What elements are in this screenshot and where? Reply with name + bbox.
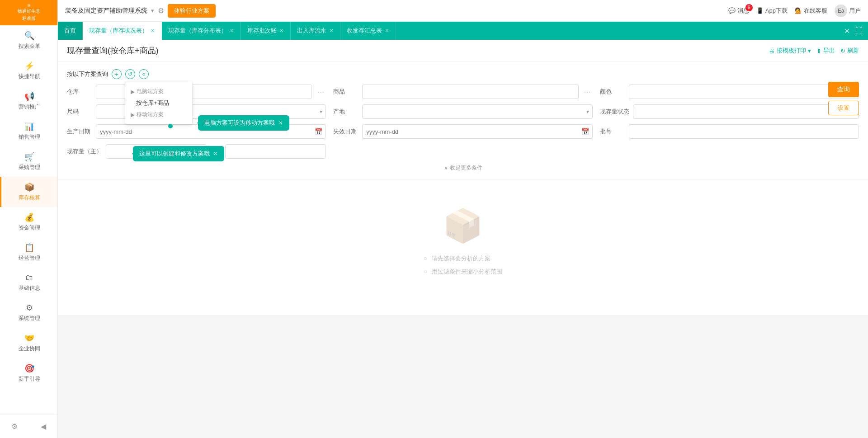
tab-recv-summary[interactable]: 收发存汇总表 ✕ — [340, 22, 396, 40]
color-select[interactable] — [629, 85, 859, 99]
tab-inventory-dist-label: 现存量（库存分布表） — [168, 27, 227, 35]
header-settings-icon[interactable]: ⚙ — [158, 6, 164, 15]
product-dots-button[interactable]: ··· — [582, 87, 593, 97]
tab-close-inout-flow[interactable]: ✕ — [329, 28, 334, 34]
sidebar-item-purchase-label: 采购管理 — [19, 164, 40, 171]
online-service-label: 在线客服 — [804, 7, 827, 15]
tab-bar: 首页 现存量（库存状况表） ✕ 现存量（库存分布表） ✕ 库存批次账 ✕ 出入库… — [58, 22, 868, 40]
scheme-mobile-row[interactable]: ▶ 移动端方案 — [125, 109, 192, 120]
tab-close-all-icon[interactable]: ✕ — [842, 26, 852, 36]
sidebar-item-operation[interactable]: 📋 经营管理 — [0, 237, 57, 268]
filter-batch: 批号 — [600, 124, 859, 139]
sidebar-item-search-menu[interactable]: 🔍 搜索菜单 — [0, 25, 57, 56]
sidebar-nav: 🔍 搜索菜单 ⚡ 快捷导航 📢 营销推广 📊 销售管理 🛒 采购管理 📦 库存核… — [0, 25, 57, 414]
print-icon: 🖨 — [769, 47, 775, 54]
filter-warehouse: 仓库 ··· — [67, 85, 326, 99]
tab-inout-flow[interactable]: 出入库流水 ✕ — [291, 22, 340, 40]
search-button[interactable]: 查询 — [828, 82, 859, 97]
warehouse-dots-button[interactable]: ··· — [316, 87, 326, 97]
main-area: 装备及固定资产辅助管理系统 ▾ ⚙ 体验行业方案 💬 9 消息 📱 App下载 … — [58, 0, 868, 438]
sidebar-item-quick-nav[interactable]: ⚡ 快捷导航 — [0, 56, 57, 86]
sidebar-item-inventory[interactable]: 📦 库存核算 — [0, 177, 57, 207]
tooltip-desktop-scheme: 电脑方案可设为移动方案哦 ✕ — [198, 115, 289, 131]
filter-stock-status: 现存量状态 — [600, 104, 859, 119]
sidebar-item-purchase[interactable]: 🛒 采购管理 — [0, 146, 57, 177]
product-input-wrapper — [362, 85, 578, 99]
sidebar-item-finance[interactable]: 💰 资金管理 — [0, 207, 57, 237]
collapse-label: 收起更多条件 — [450, 164, 482, 172]
edit-scheme-button[interactable]: ↺ — [125, 69, 135, 79]
sidebar-item-finance-label: 资金管理 — [19, 224, 40, 232]
sidebar-item-sales[interactable]: 📊 销售管理 — [0, 116, 57, 146]
collapse-sidebar-button[interactable]: ◀ — [37, 420, 50, 433]
tab-expand-icon[interactable]: ⛶ — [854, 26, 864, 36]
sidebar-item-enterprise[interactable]: 🤝 企业协同 — [0, 328, 57, 358]
sidebar-item-system[interactable]: ⚙ 系统管理 — [0, 297, 57, 328]
stock-main-to-input[interactable] — [225, 144, 326, 159]
tab-inventory-dist[interactable]: 现存量（库存分布表） ✕ — [162, 22, 241, 40]
sidebar-item-guide[interactable]: 🎯 新手引导 — [0, 358, 57, 388]
stock-status-select[interactable] — [633, 104, 859, 119]
tooltip1-text: 电脑方案可设为移动方案哦 — [204, 119, 275, 127]
refresh-label: 刷新 — [847, 47, 859, 55]
guide-icon: 🎯 — [24, 363, 34, 373]
online-service-action[interactable]: 💁 在线客服 — [795, 7, 827, 15]
tab-close-batch-ledger[interactable]: ✕ — [279, 28, 284, 34]
sidebar-item-system-label: 系统管理 — [19, 315, 40, 322]
tab-close-inventory-dist[interactable]: ✕ — [230, 28, 234, 34]
scheme-arrow-button[interactable]: « — [139, 69, 149, 79]
reset-button[interactable]: 设置 — [828, 101, 859, 115]
expire-date-label: 失效日期 — [333, 127, 359, 136]
tooltip2-close-button[interactable]: ✕ — [213, 151, 218, 157]
empty-hints: ○ 请先选择要分析的方案 ○ 用过滤条件来缩小分析范围 — [424, 252, 502, 278]
print-button[interactable]: 🖨 按模板打印 ▾ — [769, 47, 811, 55]
collapse-filter-button[interactable]: ∧ 收起更多条件 — [67, 164, 859, 172]
tab-home[interactable]: 首页 — [58, 22, 83, 40]
scheme-desktop-row[interactable]: ▶ 电脑端方案 — [125, 86, 192, 97]
refresh-button[interactable]: ↻ 刷新 — [840, 47, 859, 55]
mobile-expand-icon: ▶ — [131, 112, 135, 118]
origin-select[interactable] — [362, 104, 592, 119]
sidebar-item-marketing[interactable]: 📢 营销推广 — [0, 86, 57, 116]
add-scheme-button[interactable]: + — [112, 69, 122, 79]
finance-icon: 💰 — [24, 212, 34, 222]
scheme-item-warehouse[interactable]: 按仓库+商品 — [125, 97, 192, 109]
filter-header: 按以下方案查询 + ↺ « — [67, 69, 859, 79]
marketing-icon: 📢 — [24, 91, 34, 101]
quick-nav-icon: ⚡ — [24, 61, 34, 71]
settings-button[interactable]: ⚙ — [8, 420, 21, 433]
brand-name: 畅通好生意 — [18, 8, 40, 14]
sidebar-item-enterprise-label: 企业协同 — [19, 345, 40, 353]
operation-icon: 📋 — [24, 243, 34, 253]
tab-home-label: 首页 — [64, 27, 76, 35]
sidebar-footer: ⚙ ◀ — [0, 414, 57, 438]
expire-date-input[interactable] — [362, 124, 592, 139]
empty-hint-2: ○ 用过滤条件来缩小分析范围 — [424, 265, 502, 278]
tooltip1-close-button[interactable]: ✕ — [278, 120, 283, 126]
app-download-action[interactable]: 📱 App下载 — [756, 7, 788, 15]
warehouse-label: 仓库 — [67, 88, 92, 96]
user-action[interactable]: Ea 用户 — [835, 5, 861, 17]
tab-inventory-status[interactable]: 现存量（库存状况表） ✕ — [83, 22, 162, 40]
header-right: 💬 9 消息 📱 App下载 💁 在线客服 Ea 用户 — [728, 5, 861, 17]
tooltip2-text: 这里可以创建和修改方案哦 — [139, 150, 210, 158]
tab-inventory-status-label: 现存量（库存状况表） — [89, 27, 148, 35]
tab-batch-ledger[interactable]: 库存批次账 ✕ — [241, 22, 291, 40]
message-action[interactable]: 💬 9 消息 — [728, 7, 749, 15]
sidebar-item-operation-label: 经营管理 — [19, 254, 40, 262]
export-button[interactable]: ⬆ 导出 — [816, 47, 835, 55]
product-input[interactable] — [362, 85, 578, 99]
tab-close-recv-summary[interactable]: ✕ — [385, 28, 389, 34]
sidebar-item-basic[interactable]: 🗂 基础信息 — [0, 268, 57, 297]
desktop-expand-icon: ▶ — [131, 89, 135, 95]
batch-input[interactable] — [629, 124, 859, 139]
page-actions: 🖨 按模板打印 ▾ ⬆ 导出 ↻ 刷新 — [769, 47, 859, 55]
filter-color: 颜色 — [600, 85, 859, 99]
filter-label: 按以下方案查询 — [67, 70, 108, 78]
tab-close-inventory-status[interactable]: ✕ — [151, 28, 155, 34]
stock-status-label: 现存量状态 — [600, 108, 629, 116]
experience-button[interactable]: 体验行业方案 — [168, 4, 216, 18]
system-dropdown-icon[interactable]: ▾ — [151, 7, 154, 14]
hint2-bullet-icon: ○ — [424, 268, 427, 275]
sidebar: 畅 畅通好生意 标准版 🔍 搜索菜单 ⚡ 快捷导航 📢 营销推广 📊 销售管理 … — [0, 0, 58, 438]
